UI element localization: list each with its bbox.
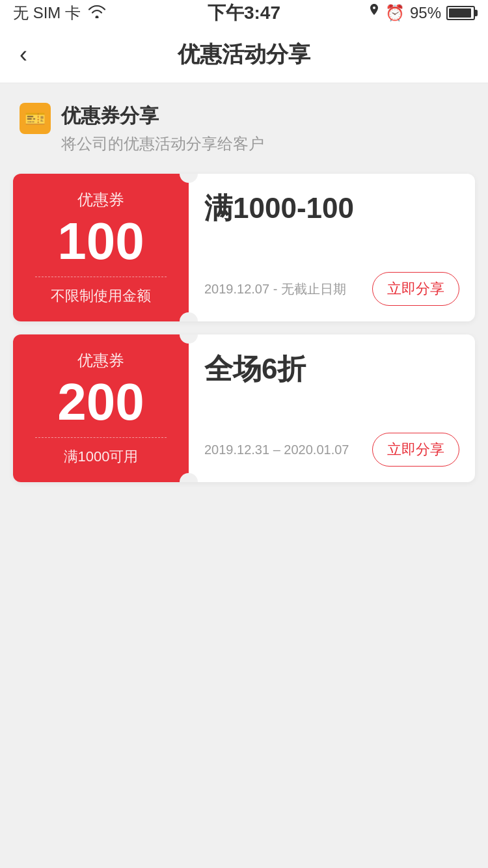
coupon-date-2: 2019.12.31 – 2020.01.07: [204, 442, 366, 457]
coupon-inner-2: 优惠券 200 满1000可用: [23, 350, 178, 467]
coupon-meta-2: 2019.12.31 – 2020.01.07 立即分享: [204, 433, 459, 467]
section-text: 优惠券分享 将公司的优惠活动分享给客户: [61, 103, 264, 154]
coupon-list: 优惠券 100 不限制使用金额 满1000-100 2019.12.07 - 无…: [0, 167, 488, 502]
coupon-divider-2: [35, 437, 167, 438]
location-icon: [368, 4, 380, 22]
coupon-right-2: 全场6折 2019.12.31 – 2020.01.07 立即分享: [189, 334, 475, 482]
coupon-type-2: 优惠券: [77, 350, 124, 371]
coupon-amount-1: 100: [57, 215, 144, 267]
coupon-left-2: 优惠券 200 满1000可用: [13, 334, 189, 482]
coupon-condition-1: 不限制使用金额: [51, 286, 151, 306]
section-subtitle: 将公司的优惠活动分享给客户: [61, 133, 264, 154]
status-right: ⏰ 95%: [368, 4, 475, 22]
coupon-left-1: 优惠券 100 不限制使用金额: [13, 174, 189, 321]
page-title: 优惠活动分享: [178, 40, 310, 70]
coupon-card-1: 优惠券 100 不限制使用金额 满1000-100 2019.12.07 - 无…: [13, 174, 475, 321]
coupon-condition-2: 满1000可用: [64, 447, 139, 467]
battery-icon: [446, 6, 475, 20]
coupon-name-2: 全场6折: [204, 350, 459, 388]
status-bar: 无 SIM 卡 下午3:47 ⏰ 95%: [0, 0, 488, 26]
nav-bar: ‹ 优惠活动分享: [0, 26, 488, 83]
coupon-inner-1: 优惠券 100 不限制使用金额: [23, 189, 178, 306]
coupon-right-1: 满1000-100 2019.12.07 - 无截止日期 立即分享: [189, 174, 475, 321]
coupon-divider-1: [35, 277, 167, 277]
share-button-1[interactable]: 立即分享: [372, 272, 459, 306]
battery-fill: [449, 8, 471, 18]
wifi-icon: [87, 4, 107, 22]
section-icon: 🎫: [20, 103, 51, 134]
status-time: 下午3:47: [208, 1, 280, 25]
coupon-meta-1: 2019.12.07 - 无截止日期 立即分享: [204, 272, 459, 306]
battery-percent: 95%: [410, 4, 441, 22]
coupon-name-1: 满1000-100: [204, 189, 459, 228]
back-button[interactable]: ‹: [20, 41, 27, 68]
coupon-card-2: 优惠券 200 满1000可用 全场6折 2019.12.31 – 2020.0…: [13, 334, 475, 482]
coupon-date-1: 2019.12.07 - 无截止日期: [204, 280, 366, 298]
status-left: 无 SIM 卡: [13, 3, 107, 23]
coupon-amount-2: 200: [57, 376, 144, 428]
coupon-type-1: 优惠券: [77, 189, 124, 210]
share-button-2[interactable]: 立即分享: [372, 433, 459, 467]
section-header: 🎫 优惠券分享 将公司的优惠活动分享给客户: [0, 83, 488, 167]
carrier-text: 无 SIM 卡: [13, 3, 81, 23]
alarm-icon: ⏰: [385, 4, 405, 22]
section-title: 优惠券分享: [61, 103, 264, 129]
